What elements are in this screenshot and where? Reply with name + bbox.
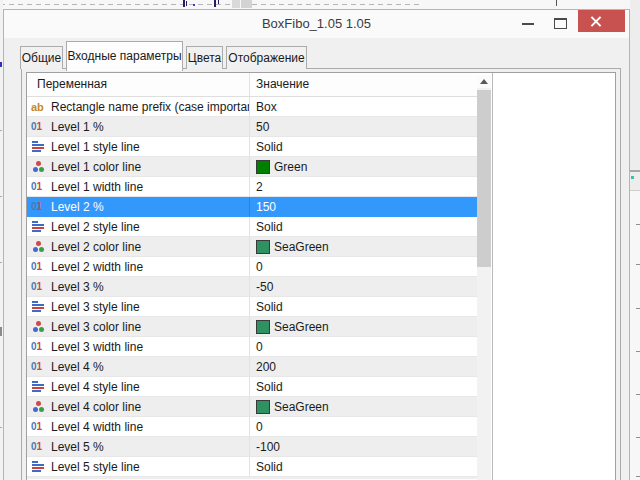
param-name-cell: 01Level 2 width line: [27, 257, 249, 276]
background-window-fragment: [232, 0, 240, 8]
table-row[interactable]: Level 4 style lineSolid: [27, 377, 477, 397]
arrow-up-icon: [480, 79, 488, 84]
param-name: Level 1 style line: [51, 140, 140, 154]
param-value: -50: [256, 280, 273, 294]
param-name: Level 3 width line: [51, 340, 143, 354]
scrollbar-thumb[interactable]: [477, 90, 491, 267]
param-value-cell[interactable]: 0: [249, 337, 477, 356]
tab-common[interactable]: Общие: [20, 46, 63, 69]
background-volume-bar: [218, 0, 219, 4]
param-value-cell[interactable]: Green: [249, 157, 477, 176]
param-value-cell[interactable]: -50: [249, 277, 477, 296]
param-value-cell[interactable]: SeaGreen: [249, 317, 477, 336]
param-value-cell[interactable]: 0: [249, 257, 477, 276]
param-name: Level 4 color line: [51, 400, 141, 414]
color-swatch: [256, 400, 270, 414]
param-name: Level 3 %: [51, 280, 104, 294]
table-row[interactable]: 01Level 1 width line2: [27, 177, 477, 197]
background-window-edge: [630, 170, 640, 172]
param-name: Level 2 color line: [51, 240, 141, 254]
param-value-cell[interactable]: Solid: [249, 297, 477, 316]
param-value-cell[interactable]: 150: [249, 197, 477, 216]
background-tick-mark: [0, 62, 2, 67]
minimize-button[interactable]: [515, 10, 541, 32]
param-name: Level 4 style line: [51, 380, 140, 394]
table-row[interactable]: Level 1 color lineGreen: [27, 157, 477, 177]
number-param-icon: 01: [31, 440, 48, 454]
table-row[interactable]: 01Level 4 width line0: [27, 417, 477, 437]
color-param-icon: [31, 160, 48, 174]
column-header-value: Значение: [249, 73, 477, 96]
table-row[interactable]: Level 5 style lineSolid: [27, 457, 477, 477]
close-button[interactable]: [578, 10, 625, 32]
table-row[interactable]: 01Level 1 %50: [27, 117, 477, 137]
param-value: SeaGreen: [274, 320, 329, 334]
tab-colors[interactable]: Цвета: [186, 46, 223, 69]
param-value-cell[interactable]: 200: [249, 357, 477, 376]
param-name-cell: 01Level 1 width line: [27, 177, 249, 196]
title-bar[interactable]: BoxFibo_1.05 1.05: [4, 10, 629, 38]
color-swatch: [256, 160, 270, 174]
param-value: 2: [256, 180, 263, 194]
table-row[interactable]: abRectangle name prefix (case important)…: [27, 97, 477, 117]
table-row[interactable]: 01Level 2 width line0: [27, 257, 477, 277]
param-value-cell[interactable]: 0: [249, 417, 477, 436]
table-row[interactable]: Level 3 color lineSeaGreen: [27, 317, 477, 337]
maximize-button[interactable]: [547, 10, 573, 32]
param-value: 200: [256, 360, 276, 374]
table-row[interactable]: 01Level 4 %200: [27, 357, 477, 377]
background-chart-top-edge: [0, 0, 640, 9]
param-value-cell[interactable]: 2: [249, 177, 477, 196]
background-scale-tick: [636, 394, 640, 395]
background-volume-bar: [186, 1, 187, 6]
color-param-icon: [31, 240, 48, 254]
tab-inputs[interactable]: Входные параметры: [66, 41, 183, 71]
param-name-cell: Level 4 color line: [27, 397, 249, 416]
param-value: Solid: [256, 220, 283, 234]
background-scale-tick: [636, 224, 640, 225]
param-name-cell: Level 3 color line: [27, 317, 249, 336]
background-tick-mark: [0, 427, 2, 428]
table-row[interactable]: Level 2 style lineSolid: [27, 217, 477, 237]
param-value-cell[interactable]: Solid: [249, 457, 477, 476]
table-row[interactable]: 01Level 2 %150: [27, 197, 477, 217]
table-row[interactable]: 01Level 3 width line0: [27, 337, 477, 357]
vertical-scrollbar[interactable]: [477, 75, 491, 480]
number-param-icon: 01: [31, 280, 48, 294]
table-row[interactable]: 01Level 3 %-50: [27, 277, 477, 297]
param-value-cell[interactable]: SeaGreen: [249, 397, 477, 416]
param-value-cell[interactable]: Box: [249, 97, 477, 116]
background-volume-bar: [183, 0, 185, 7]
param-value-cell[interactable]: Solid: [249, 377, 477, 396]
table-row[interactable]: 01Level 5 %-100: [27, 437, 477, 457]
param-name-cell: 01Level 4 %: [27, 357, 249, 376]
line-style-icon: [31, 460, 48, 474]
line-style-icon: [31, 220, 48, 234]
param-name: Level 1 color line: [51, 160, 141, 174]
background-scale-tick: [636, 308, 640, 309]
background-dashed-gridline: [0, 4, 420, 5]
param-value-cell[interactable]: Solid: [249, 137, 477, 156]
text-param-icon: ab: [31, 100, 48, 114]
param-value-cell[interactable]: Solid: [249, 217, 477, 236]
tab-display[interactable]: Отображение: [226, 46, 307, 69]
param-value-cell[interactable]: 50: [249, 117, 477, 136]
minimize-icon: [522, 23, 534, 25]
param-name-cell: 01Level 3 width line: [27, 337, 249, 356]
param-value-cell[interactable]: -100: [249, 437, 477, 456]
table-row[interactable]: Level 4 color lineSeaGreen: [27, 397, 477, 417]
table-row[interactable]: Level 2 color lineSeaGreen: [27, 237, 477, 257]
number-param-icon: 01: [31, 200, 48, 214]
param-name: Level 1 %: [51, 120, 104, 134]
table-row[interactable]: Level 3 style lineSolid: [27, 297, 477, 317]
param-value-cell[interactable]: SeaGreen: [249, 237, 477, 256]
dialog-window: BoxFibo_1.05 1.05 ОбщиеВходные параметры…: [3, 9, 630, 480]
color-swatch: [256, 240, 270, 254]
param-name-cell: Level 1 color line: [27, 157, 249, 176]
table-row[interactable]: Level 1 style lineSolid: [27, 137, 477, 157]
line-style-icon: [31, 140, 48, 154]
param-name: Level 2 style line: [51, 220, 140, 234]
param-value: 150: [256, 200, 276, 214]
scroll-up-button[interactable]: [477, 75, 491, 88]
number-param-icon: 01: [31, 120, 48, 134]
